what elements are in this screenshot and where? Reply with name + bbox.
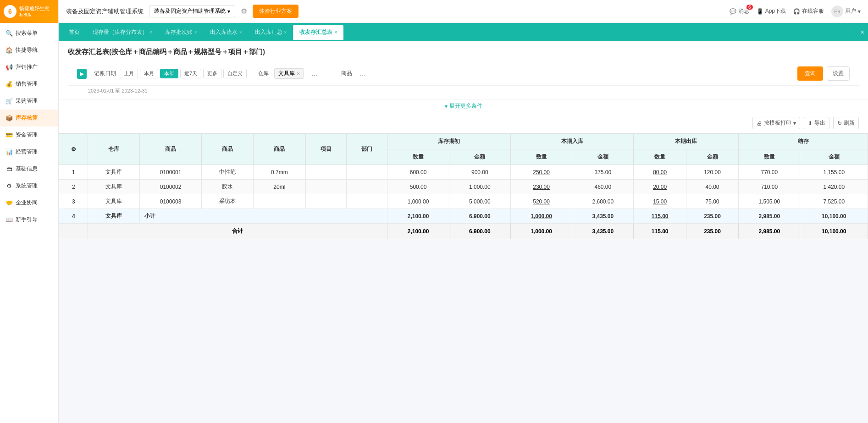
print-icon: 🖨	[757, 120, 762, 126]
sidebar-item-inventory[interactable]: 📦 库存核算	[0, 110, 58, 126]
product-more-icon[interactable]: ...	[359, 70, 365, 78]
row-in-qty-1[interactable]: 230.00	[510, 180, 572, 194]
main-table: ⚙ 仓库 商品 商品 商品 项目 部门 库存期初 本期入库 本期出库 结存	[59, 133, 868, 239]
sidebar-icon-operation: 📊	[6, 148, 13, 155]
warehouse-tag-value: 文具库	[278, 70, 295, 77]
date-btn-更多[interactable]: 更多	[203, 69, 221, 78]
col-open-qty-header: 数量	[387, 149, 449, 165]
row-code-2: 0100003	[140, 194, 201, 209]
sidebar-item-basic[interactable]: 🗃 基础信息	[0, 160, 58, 177]
sidebar-icon-sales: 💰	[6, 81, 13, 88]
sidebar-title-block: 畅捷通好生意 标准版	[19, 5, 50, 17]
sidebar-label-cooperation: 企业协同	[16, 199, 38, 207]
row-out-qty-2[interactable]: 15.00	[634, 194, 686, 209]
tab-close-summary[interactable]: ×	[284, 30, 287, 35]
footer-label: 合计	[88, 224, 387, 239]
tab-close-collect[interactable]: ×	[334, 30, 337, 35]
sidebar-label-marketing: 营销推广	[16, 63, 38, 71]
refresh-button[interactable]: ↻ 刷新	[833, 117, 859, 129]
product-filter-label: 商品	[341, 70, 352, 77]
date-btn-本年[interactable]: 本年	[160, 69, 178, 78]
expand-button[interactable]: ▾ 展开更多条件	[445, 102, 482, 110]
gear-icon[interactable]: ⚙	[241, 7, 247, 16]
table-row: 1 文具库 0100001 中性笔 0.7mm 600.00 900.00 25…	[59, 165, 868, 180]
footer-close-amt: 10,100.00	[800, 224, 868, 239]
subtotal-out-qty[interactable]: 115.00	[634, 209, 686, 224]
tab-close-inout[interactable]: ×	[239, 30, 242, 35]
sidebar-item-quick[interactable]: 🏠 快捷导航	[0, 42, 58, 59]
main-area: 装备及固定资产辅助管理系统 装备及固定资产辅助管理系统 ▾ ⚙ 体验行业方案 💬…	[59, 0, 868, 423]
tab-close-batch[interactable]: ×	[194, 30, 197, 35]
sidebar-label-guide: 新手引导	[16, 216, 38, 224]
subtotal-in-qty[interactable]: 1,000.00	[510, 209, 572, 224]
table-settings-header[interactable]: ⚙	[59, 134, 88, 165]
col-name-header: 商品	[201, 134, 253, 165]
query-button[interactable]: 查询	[797, 66, 823, 81]
warehouse-more-icon[interactable]: ...	[311, 70, 317, 78]
print-button[interactable]: 🖨 按模板打印 ▾	[752, 117, 800, 129]
sidebar-logo: 6	[4, 5, 17, 18]
tab-collect[interactable]: 收发存汇总表 ×	[293, 25, 343, 40]
sidebar-item-assets[interactable]: 💳 资金管理	[0, 126, 58, 143]
expand-bar: ▾ 展开更多条件	[59, 99, 868, 113]
selector-label: 装备及固定资产辅助管理系统	[154, 7, 226, 15]
tab-home[interactable]: 首页	[62, 25, 86, 40]
content-wrapper: 收发存汇总表(按仓库＋商品编码＋商品＋规格型号＋项目＋部门) ▶ 记账日期 上月…	[59, 41, 868, 239]
row-out-qty-1[interactable]: 20.00	[634, 180, 686, 194]
warehouse-tag[interactable]: 文具库 ×	[274, 68, 304, 79]
row-out-qty-0[interactable]: 80.00	[634, 165, 686, 180]
message-item[interactable]: 💬 消息 6	[730, 7, 749, 15]
date-btn-近7天[interactable]: 近7天	[180, 69, 201, 78]
sidebar-item-cooperation[interactable]: 🤝 企业协同	[0, 194, 58, 211]
table-toolbar: 🖨 按模板打印 ▾ ⬇ 导出 ↻ 刷新	[59, 113, 868, 133]
sidebar-label-search: 搜索菜单	[16, 29, 38, 37]
system-selector[interactable]: 装备及固定资产辅助管理系统 ▾	[149, 5, 235, 17]
sidebar-item-purchase[interactable]: 🛒 采购管理	[0, 93, 58, 110]
col-closing-header: 结存	[739, 134, 868, 149]
page-content: 收发存汇总表(按仓库＋商品编码＋商品＋规格型号＋项目＋部门) ▶ 记账日期 上月…	[59, 41, 868, 423]
tabs-close-all[interactable]: ×	[861, 28, 864, 36]
row-open-amt-2: 5,000.00	[449, 194, 510, 209]
row-project-1	[306, 180, 347, 194]
row-no-2: 3	[59, 194, 88, 209]
tab-label-collect: 收发存汇总表	[299, 28, 332, 36]
subtotal-in-amt: 3,435.00	[572, 209, 634, 224]
row-open-qty-1: 500.00	[387, 180, 449, 194]
table-wrapper: ⚙ 仓库 商品 商品 商品 项目 部门 库存期初 本期入库 本期出库 结存	[59, 133, 868, 239]
sidebar-icon-guide: 📖	[6, 216, 13, 223]
warehouse-tag-remove[interactable]: ×	[297, 71, 300, 77]
row-in-qty-2[interactable]: 520.00	[510, 194, 572, 209]
arrow-toggle[interactable]: ▶	[77, 69, 87, 79]
sidebar: 6 畅捷通好生意 标准版 🔍 搜索菜单 🏠 快捷导航 📢 营销推广 💰 销售管理…	[0, 0, 59, 423]
filter-bar: ▶ 记账日期 上月本月本年近7天更多自定义 仓库 文具库 × ... 商品	[68, 62, 859, 86]
sidebar-item-system[interactable]: ⚙ 系统管理	[0, 177, 58, 194]
tab-inout[interactable]: 出入库流水 ×	[204, 25, 249, 40]
tab-close-inventory[interactable]: ×	[149, 30, 152, 35]
experience-button[interactable]: 体验行业方案	[253, 5, 299, 18]
row-code-1: 0100002	[140, 180, 201, 194]
sidebar-item-sales[interactable]: 💰 销售管理	[0, 76, 58, 93]
sidebar-item-operation[interactable]: 📊 经营管理	[0, 143, 58, 160]
set-button[interactable]: 设置	[827, 66, 850, 81]
app-download-item[interactable]: 📱 App下载	[757, 7, 786, 15]
tab-batch[interactable]: 库存批次账 ×	[159, 25, 204, 40]
col-out-qty-header: 数量	[634, 149, 686, 165]
date-filter-group: 记账日期 上月本月本年近7天更多自定义	[94, 69, 247, 78]
online-service-item[interactable]: 🎧 在线客服	[793, 7, 824, 15]
filter-toggle-icon[interactable]: ▶	[77, 69, 87, 79]
date-btn-自定义[interactable]: 自定义	[223, 69, 247, 78]
row-close-amt-2: 7,525.00	[800, 194, 868, 209]
sidebar-item-search[interactable]: 🔍 搜索菜单	[0, 25, 58, 42]
sidebar-item-guide[interactable]: 📖 新手引导	[0, 211, 58, 228]
date-btn-本月[interactable]: 本月	[140, 69, 158, 78]
topbar-left: 装备及固定资产辅助管理系统 装备及固定资产辅助管理系统 ▾ ⚙ 体验行业方案	[66, 5, 299, 18]
tab-inventory[interactable]: 现存量（库存分布表） ×	[86, 25, 159, 40]
system-title: 装备及固定资产辅助管理系统	[66, 7, 144, 16]
sidebar-item-marketing[interactable]: 📢 营销推广	[0, 59, 58, 76]
date-btn-上月[interactable]: 上月	[120, 69, 138, 78]
row-in-qty-0[interactable]: 250.00	[510, 165, 572, 180]
tab-label-summary: 出入库汇总	[255, 28, 282, 36]
tab-summary[interactable]: 出入库汇总 ×	[249, 25, 293, 40]
export-button[interactable]: ⬇ 导出	[804, 117, 829, 129]
user-item[interactable]: Ea 用户 ▾	[831, 5, 861, 17]
